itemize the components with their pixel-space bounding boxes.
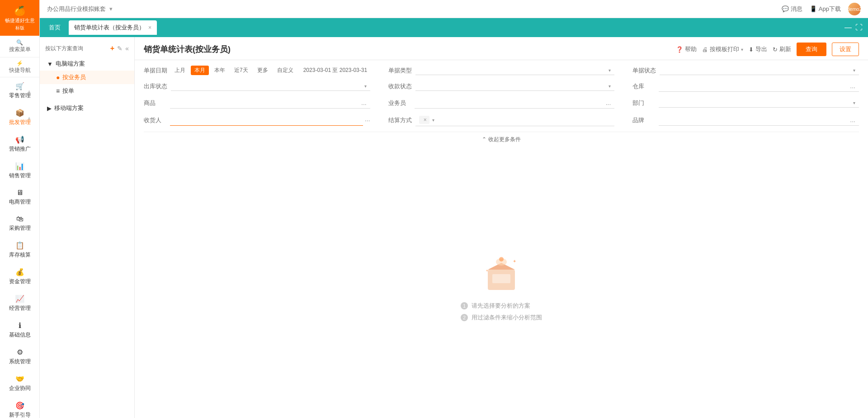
- warehouse-label: 仓库: [632, 82, 655, 90]
- filter-brand-item: 品牌 ...: [632, 114, 859, 126]
- collectstatus-select[interactable]: ▾: [415, 82, 615, 91]
- salesperson-more-button[interactable]: ...: [606, 99, 611, 106]
- add-scheme-button[interactable]: +: [110, 44, 114, 52]
- doctype-select[interactable]: ▾: [415, 66, 615, 75]
- app-download-button[interactable]: 📱 App下载: [810, 5, 841, 13]
- warehouse-more-button[interactable]: ...: [850, 82, 855, 90]
- page-actions: ❓ 帮助 🖨 按模板打印 ▾ ⬇ 导出 ↻ 刷新: [676, 43, 859, 56]
- doctype-label: 单据类型: [388, 66, 412, 75]
- tree-group-desktop: ▼ 电脑端方案 ● 按业务员 ≡ 按单: [40, 55, 134, 100]
- settings-button[interactable]: 设置: [832, 43, 859, 56]
- tree-parent-mobile[interactable]: ▶ 移动端方案: [40, 101, 134, 115]
- active-scheme-icon: ●: [56, 74, 60, 81]
- tree-child-salesperson[interactable]: ● 按业务员: [40, 71, 134, 84]
- collapse-up-icon: ⌃: [482, 136, 488, 142]
- sidebar-item-营销推广[interactable]: 📢 营销推广: [6, 131, 33, 157]
- logo-subtitle: 标版: [4, 25, 36, 31]
- sidebar-item-新手引导[interactable]: 🎯 新手引导: [6, 397, 33, 418]
- date-tab-more[interactable]: 更多: [254, 66, 272, 75]
- sidebar-item-批发管理[interactable]: 📦 批发管理 ▲: [6, 104, 33, 131]
- date-tab-last-month[interactable]: 上月: [171, 66, 189, 75]
- filter-date-item: 单据日期 上月 本月 本年 近7天 更多 自定义 2023-03-01 至 20…: [144, 66, 370, 75]
- hint-num-2: 2: [461, 314, 468, 321]
- brand-more-button[interactable]: ...: [850, 116, 855, 124]
- tree-parent-desktop[interactable]: ▼ 电脑端方案: [40, 57, 134, 71]
- topbar-dropdown-icon[interactable]: ▾: [109, 5, 113, 12]
- edit-scheme-button[interactable]: ✎: [117, 45, 123, 52]
- sidebar-item-系统管理[interactable]: ⚙ 系统管理: [6, 343, 33, 370]
- filter-doctype-item: 单据类型 ▾: [388, 66, 615, 75]
- consignee-label: 收货人: [144, 116, 166, 124]
- tree-parent-label-mobile: 移动端方案: [54, 104, 84, 112]
- sidebar-item-资金管理[interactable]: 💰 资金管理: [6, 263, 33, 290]
- outstatus-dropdown-icon: ▾: [364, 84, 367, 89]
- export-label: 导出: [755, 45, 767, 53]
- filter-warehouse-item: 仓库 ...: [632, 81, 859, 92]
- sidebar-item-电商管理[interactable]: 🖥 电商管理: [6, 184, 33, 210]
- account-title: 办公用品行业模拟账套: [47, 5, 106, 13]
- filter-row-1: 单据日期 上月 本月 本年 近7天 更多 自定义 2023-03-01 至 20…: [144, 66, 859, 75]
- nav-label-10: 系统管理: [9, 358, 31, 366]
- date-label: 单据日期: [144, 66, 167, 75]
- sidebar-item-经营管理[interactable]: 📈 经营管理: [6, 290, 33, 317]
- outstatus-select[interactable]: ▾: [171, 82, 370, 91]
- refresh-button[interactable]: ↻ 刷新: [773, 45, 791, 53]
- consignee-input[interactable]: [170, 115, 363, 126]
- user-avatar[interactable]: demo2: [848, 3, 861, 15]
- dept-dropdown-icon: ▾: [853, 100, 855, 105]
- left-panel: 按以下方案查询 + ✎ « ▼ 电脑端方案 ● 按业务员 ≡ 按: [40, 37, 135, 418]
- sidebar-search-label: 搜索菜单: [3, 46, 37, 53]
- date-tab-custom[interactable]: 自定义: [274, 66, 297, 75]
- sidebar-item-零售管理[interactable]: 🛒 零售管理 ▲: [6, 77, 33, 104]
- empty-hint-1: 1 请先选择要分析的方案: [461, 302, 542, 310]
- docstatus-select[interactable]: ▾: [660, 66, 859, 75]
- nav-label-5: 采购管理: [9, 224, 31, 232]
- sidebar-item-库存核算[interactable]: 📋 库存核算: [6, 237, 33, 263]
- settle-clear-button[interactable]: ×: [424, 117, 427, 123]
- nav-icon-6: 📋: [15, 241, 24, 250]
- tree-child-by-order[interactable]: ≡ 按单: [40, 84, 134, 98]
- print-dropdown-icon[interactable]: ▾: [741, 47, 743, 52]
- sidebar-search[interactable]: 🔍 搜索菜单: [0, 36, 39, 57]
- help-button[interactable]: ❓ 帮助: [676, 45, 697, 53]
- help-icon: ❓: [676, 46, 683, 53]
- tab-maximize-icon[interactable]: ⛶: [855, 24, 863, 32]
- date-tab-this-year[interactable]: 本年: [211, 66, 229, 75]
- collectstatus-label: 收款状态: [388, 82, 412, 90]
- sidebar-logo[interactable]: 🍊 畅捷通好生意 标版: [0, 0, 39, 36]
- sidebar-item-采购管理[interactable]: 🛍 采购管理: [6, 210, 33, 237]
- settle-dropdown-icon[interactable]: ▾: [432, 118, 434, 123]
- search-icon: 🔍: [16, 39, 23, 46]
- consignee-more-button[interactable]: ···: [365, 117, 370, 124]
- tab-active-sales[interactable]: 销货单统计表（按业务员） ×: [69, 20, 157, 35]
- svg-text:✦: ✦: [513, 259, 516, 264]
- collapse-panel-button[interactable]: «: [125, 45, 129, 52]
- goods-more-button[interactable]: ...: [361, 99, 367, 106]
- nav-icon-9: ℹ: [19, 321, 21, 330]
- query-button[interactable]: 查询: [797, 43, 826, 56]
- tab-home[interactable]: 首页: [42, 18, 68, 37]
- date-tab-7days[interactable]: 近7天: [231, 66, 252, 75]
- sidebar-quick-nav[interactable]: ⚡ 快捷导航: [0, 57, 39, 77]
- print-button[interactable]: 🖨 按模板打印 ▾: [702, 45, 743, 53]
- empty-state: ✦ ✦ 1 请先选择要分析的方案 2 用过滤条件来缩小分析范围: [135, 152, 868, 418]
- empty-illustration: ✦ ✦: [479, 249, 524, 294]
- collapse-filters-button[interactable]: ⌃ 收起更多条件: [144, 132, 859, 147]
- message-button[interactable]: 💬 消息: [782, 5, 802, 13]
- sidebar-item-基础信息[interactable]: ℹ 基础信息: [6, 317, 33, 343]
- sidebar-item-销售管理[interactable]: 📊 销售管理: [6, 157, 33, 184]
- nav-label-4: 电商管理: [9, 198, 31, 206]
- empty-text-block: 1 请先选择要分析的方案 2 用过滤条件来缩小分析范围: [461, 302, 542, 322]
- tab-home-label: 首页: [49, 24, 61, 32]
- date-tab-this-month[interactable]: 本月: [191, 66, 209, 75]
- export-button[interactable]: ⬇ 导出: [749, 45, 767, 53]
- tab-close-icon[interactable]: ×: [148, 24, 151, 31]
- dept-label: 部门: [632, 99, 655, 107]
- tab-restore-icon[interactable]: —: [844, 24, 852, 32]
- svg-point-4: [499, 257, 504, 261]
- sidebar-item-企业协同[interactable]: 🤝 企业协同: [6, 370, 33, 397]
- settle-tag: ×: [419, 116, 429, 124]
- dept-select[interactable]: ▾: [659, 99, 859, 108]
- date-range-display: 2023-03-01 至 2023-03-31: [303, 66, 367, 74]
- docstatus-label: 单据状态: [632, 66, 656, 75]
